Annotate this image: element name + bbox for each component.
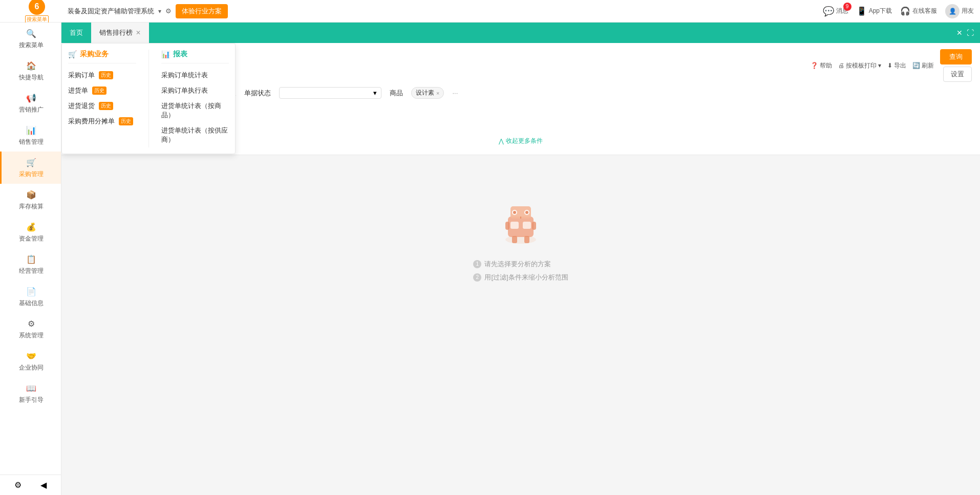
window-maximize-button[interactable]: ⛶ <box>967 29 974 37</box>
sidebar-item-system[interactable]: ⚙ 系统管理 <box>0 313 61 345</box>
goods-summary-goods-item[interactable]: 进货单统计表（按商品） <box>161 98 229 123</box>
sidebar: 🔍 搜索菜单 🏠 快捷导航 📢 营销推广 📊 销售管理 🛒 采购管理 📦 库存核… <box>0 23 61 495</box>
message-button[interactable]: 💬 9 消息 <box>823 6 848 17</box>
print-icon: 🖨 <box>838 62 844 69</box>
empty-illustration <box>495 196 546 247</box>
user-area[interactable]: 👤 用友 <box>945 4 974 18</box>
help-button[interactable]: ❓ 帮助 <box>811 61 832 70</box>
sidebar-item-search[interactable]: 🔍 搜索菜单 <box>0 23 61 55</box>
report-column: 📊 报表 采购订单统计表 采购订单执行表 进货单统计表（按商品） <box>161 50 229 147</box>
report-header-icon: 📊 <box>161 50 170 58</box>
sidebar-item-purchase[interactable]: 🛒 采购管理 <box>0 152 61 184</box>
sidebar-item-navigation-label: 快捷导航 <box>19 73 44 82</box>
purchase-icon: 🛒 <box>26 157 37 168</box>
operation-icon: 📋 <box>26 253 37 265</box>
sidebar-item-inventory-label: 库存核算 <box>19 202 44 211</box>
tab-home-label: 首页 <box>70 28 83 37</box>
voucher-status-select[interactable]: ▾ <box>279 87 381 99</box>
purchase-order-summary-label: 采购订单统计表 <box>161 71 208 80</box>
marketing-icon: 📢 <box>26 92 37 103</box>
query-button[interactable]: 查询 <box>940 49 972 64</box>
svg-rect-4 <box>505 222 509 230</box>
sidebar-item-sales[interactable]: 📊 销售管理 <box>0 119 61 152</box>
empty-state: 1 请先选择要分析的方案 2 用[过滤]条件来缩小分析范围 <box>61 155 980 325</box>
goods-more-options[interactable]: ··· <box>452 89 458 97</box>
sidebar-item-marketing[interactable]: 📢 营销推广 <box>0 87 61 119</box>
logo-area: 6 搜索菜单 <box>6 0 68 24</box>
empty-hint-2: 2 用[过滤]条件来缩小分析范围 <box>473 271 568 284</box>
purchase-column-title: 采购业务 <box>80 50 109 59</box>
collapse-label: 收起更多条件 <box>506 137 543 145</box>
empty-hint-1: 1 请先选择要分析的方案 <box>473 257 568 271</box>
sidebar-item-guide[interactable]: 📖 新手引导 <box>0 377 61 410</box>
app-download-button[interactable]: 📱 App下载 <box>857 6 892 16</box>
hint-1-number: 1 <box>473 260 481 268</box>
filter-settings-button[interactable]: 设置 <box>943 67 972 82</box>
purchase-order-exec-item[interactable]: 采购订单执行表 <box>161 83 229 98</box>
purchase-expense-item[interactable]: 采购费用分摊单 历史 <box>68 114 136 129</box>
sidebar-item-basic-label: 基础信息 <box>19 299 44 308</box>
tab-bar: 首页 销售排行榜 ✕ ✕ ⛶ 🛒 采购业务 <box>61 23 980 43</box>
top-header: 6 搜索菜单 装备及固定资产辅助管理系统 ▾ ⚙ 体验行业方案 💬 9 消息 📱… <box>0 0 980 23</box>
svg-rect-5 <box>532 222 536 230</box>
svg-rect-6 <box>512 236 517 243</box>
header-center: 装备及固定资产辅助管理系统 ▾ ⚙ 体验行业方案 <box>68 4 823 18</box>
system-title: 装备及固定资产辅助管理系统 <box>68 7 154 16</box>
collab-icon: 🤝 <box>26 350 37 361</box>
sidebar-item-marketing-label: 营销推广 <box>19 105 44 114</box>
sidebar-item-inventory[interactable]: 📦 库存核算 <box>0 184 61 216</box>
help-label: 帮助 <box>820 61 832 70</box>
inventory-icon: 📦 <box>26 189 37 200</box>
sidebar-item-operation-label: 经营管理 <box>19 267 44 275</box>
goods-summary-supplier-item[interactable]: 进货单统计表（按供应商） <box>161 123 229 147</box>
goods-receipt-label: 进货单 <box>68 86 88 95</box>
tab-window-buttons: ✕ ⛶ <box>956 29 980 37</box>
sidebar-item-navigation[interactable]: 🏠 快捷导航 <box>0 55 61 87</box>
main-layout: 🔍 搜索菜单 🏠 快捷导航 📢 营销推广 📊 销售管理 🛒 采购管理 📦 库存核… <box>0 23 980 495</box>
column-divider <box>148 50 149 147</box>
report-column-title: 报表 <box>173 50 187 59</box>
export-icon: ⬇ <box>887 62 892 69</box>
goods-return-history-badge: 历史 <box>99 102 113 110</box>
industry-button[interactable]: 体验行业方案 <box>176 4 228 18</box>
system-dropdown-button[interactable]: ▾ <box>158 8 161 15</box>
purchase-order-summary-item[interactable]: 采购订单统计表 <box>161 68 229 83</box>
content-area: 首页 销售排行榜 ✕ ✕ ⛶ 🛒 采购业务 <box>61 23 980 495</box>
print-label: 按模板打印 <box>846 61 877 70</box>
goods-receipt-item[interactable]: 进货单 历史 <box>68 83 136 98</box>
goods-return-label: 进货退货 <box>68 101 95 111</box>
sidebar-item-finance[interactable]: 💰 资金管理 <box>0 216 61 248</box>
header-right: 💬 9 消息 📱 App下载 🎧 在线客服 👤 用友 <box>823 4 974 18</box>
tab-close-icon[interactable]: ✕ <box>136 29 141 36</box>
sidebar-item-collab[interactable]: 🤝 企业协同 <box>0 345 61 377</box>
goods-tag-remove[interactable]: × <box>436 90 439 96</box>
export-button[interactable]: ⬇ 导出 <box>887 61 906 70</box>
sales-icon: 📊 <box>26 124 37 136</box>
sidebar-item-guide-label: 新手引导 <box>19 396 44 404</box>
purchase-header-icon: 🛒 <box>68 50 77 58</box>
goods-tag-label: 设计素 <box>416 89 434 97</box>
hint-2-number: 2 <box>473 273 481 282</box>
goods-return-item[interactable]: 进货退货 历史 <box>68 98 136 114</box>
purchase-expense-label: 采购费用分摊单 <box>68 117 115 126</box>
sidebar-item-collab-label: 企业协同 <box>19 363 44 372</box>
refresh-button[interactable]: 🔄 刷新 <box>912 61 934 70</box>
dropdown-columns: 🛒 采购业务 采购订单 历史 进货单 历史 进货退货 <box>68 50 229 147</box>
purchase-column-header: 🛒 采购业务 <box>68 50 136 63</box>
purchase-order-item[interactable]: 采购订单 历史 <box>68 68 136 83</box>
sidebar-collapse-button[interactable]: ◀ <box>40 480 47 490</box>
basic-icon: 📄 <box>26 286 37 297</box>
sidebar-footer-settings[interactable]: ⚙ <box>14 480 22 490</box>
sidebar-item-basic[interactable]: 📄 基础信息 <box>0 281 61 313</box>
sidebar-item-operation[interactable]: 📋 经营管理 <box>0 248 61 281</box>
svg-rect-7 <box>524 236 529 243</box>
sidebar-item-purchase-label: 采购管理 <box>19 170 44 179</box>
tab-sales-rank[interactable]: 销售排行榜 ✕ <box>91 23 149 43</box>
window-close-button[interactable]: ✕ <box>956 29 963 37</box>
print-button[interactable]: 🖨 按模板打印 ▾ <box>838 61 881 70</box>
tab-home[interactable]: 首页 <box>61 23 91 43</box>
export-label: 导出 <box>894 61 906 70</box>
online-service-button[interactable]: 🎧 在线客服 <box>900 6 937 16</box>
sidebar-footer: ⚙ ◀ <box>0 475 61 495</box>
header-settings-button[interactable]: ⚙ <box>165 7 172 15</box>
